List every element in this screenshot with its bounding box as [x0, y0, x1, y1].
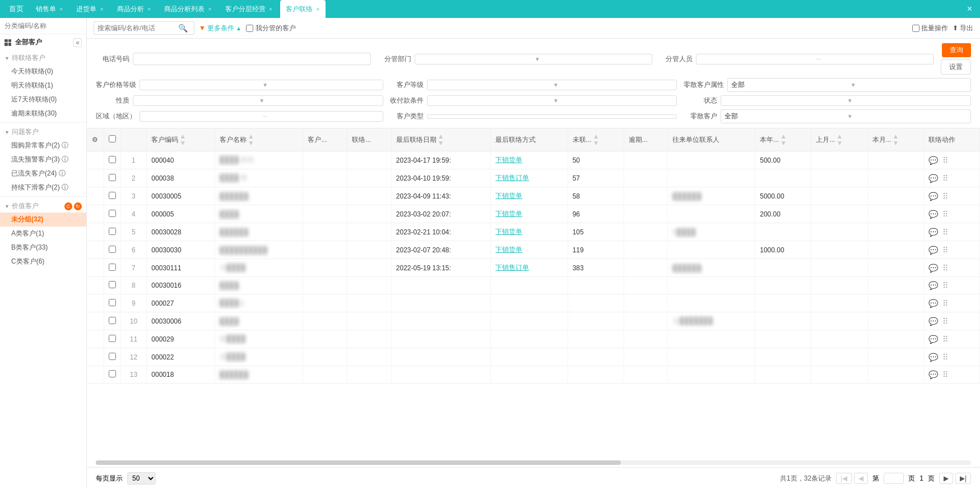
- cell-action-4[interactable]: 💬 ⠿: [923, 223, 979, 241]
- more-action-icon-12[interactable]: ⠿: [942, 370, 948, 379]
- th-last-month[interactable]: 上月...▲▼: [811, 128, 867, 151]
- filter-region-select[interactable]: ···: [140, 111, 383, 122]
- cell-last-method-10[interactable]: [491, 330, 568, 348]
- th-last-contact-date[interactable]: 最后联络日期▲▼: [391, 128, 491, 151]
- cell-action-1[interactable]: 💬 ⠿: [923, 169, 979, 187]
- row-checkbox-3[interactable]: [109, 210, 116, 217]
- last-method-link-0[interactable]: 下销货单: [495, 156, 522, 164]
- th-type[interactable]: 客户...: [303, 128, 347, 151]
- all-customers-header[interactable]: 全部客户 «: [0, 34, 86, 50]
- sidebar-item-ungrouped[interactable]: 未分组(32): [0, 213, 86, 227]
- last-method-link-6[interactable]: 下销售订单: [495, 264, 529, 271]
- value-customers-group[interactable]: ▼ 价值客户 C ↻: [0, 199, 86, 213]
- th-code[interactable]: 客户编码▲▼: [147, 128, 215, 151]
- filter-retail-customer-select[interactable]: 全部 ▼: [721, 109, 971, 123]
- cell-checkbox-3[interactable]: [104, 205, 120, 223]
- row-checkbox-8[interactable]: [109, 299, 116, 306]
- cell-checkbox-5[interactable]: [104, 241, 120, 259]
- cell-last-method-6[interactable]: 下销售订单: [491, 259, 568, 277]
- filter-price-level-select[interactable]: ▼: [140, 80, 383, 90]
- scroll-thumb[interactable]: [96, 460, 621, 465]
- search-button[interactable]: 查询: [942, 43, 971, 57]
- refresh-badge-icon[interactable]: C: [64, 202, 72, 210]
- more-conditions-btn[interactable]: ▼ 更多条件 ▲: [199, 24, 241, 33]
- contact-icon-12[interactable]: 💬: [928, 370, 938, 379]
- filter-payment-select[interactable]: ▼: [427, 95, 677, 106]
- cell-action-11[interactable]: 💬 ⠿: [923, 348, 979, 366]
- more-action-icon-5[interactable]: ⠿: [942, 246, 948, 255]
- cell-checkbox-0[interactable]: [104, 151, 120, 169]
- more-action-icon-4[interactable]: ⠿: [942, 228, 948, 237]
- filter-staff-select[interactable]: ···: [696, 54, 934, 64]
- contact-icon-2[interactable]: 💬: [928, 192, 938, 201]
- scroll-track[interactable]: [96, 460, 971, 465]
- page-number-input[interactable]: 1: [884, 473, 904, 484]
- sidebar-item-today-pending[interactable]: 今天待联络(0): [0, 64, 86, 79]
- row-checkbox-6[interactable]: [109, 264, 116, 271]
- row-checkbox-0[interactable]: [109, 156, 116, 163]
- cell-checkbox-11[interactable]: [104, 348, 120, 366]
- more-action-icon-7[interactable]: ⠿: [942, 281, 948, 290]
- contact-icon-9[interactable]: 💬: [928, 317, 938, 326]
- more-action-icon-0[interactable]: ⠿: [942, 156, 948, 165]
- close-customer-layered-icon[interactable]: ×: [269, 6, 272, 12]
- per-page-select[interactable]: 50 100 200: [127, 472, 156, 485]
- sidebar-item-7day-pending[interactable]: 近7天待联络(0): [0, 93, 86, 107]
- filter-gender-select[interactable]: ▼: [133, 95, 383, 106]
- cell-action-2[interactable]: 💬 ⠿: [923, 187, 979, 205]
- pending-contact-group[interactable]: ▼ 待联络客户: [0, 50, 86, 64]
- refresh-icon[interactable]: ↻: [74, 202, 82, 210]
- more-action-icon-11[interactable]: ⠿: [942, 353, 948, 362]
- cell-action-3[interactable]: 💬 ⠿: [923, 205, 979, 223]
- cell-checkbox-6[interactable]: [104, 259, 120, 277]
- contact-icon-6[interactable]: 💬: [928, 264, 938, 273]
- last-method-link-5[interactable]: 下销货单: [495, 246, 522, 253]
- more-action-icon-3[interactable]: ⠿: [942, 210, 948, 219]
- last-page-btn[interactable]: ▶|: [955, 473, 971, 484]
- last-method-link-4[interactable]: 下销货单: [495, 228, 522, 236]
- home-tab[interactable]: 首页: [4, 4, 28, 14]
- cell-last-method-0[interactable]: 下销货单: [491, 151, 568, 169]
- tab-product-analysis-list[interactable]: 商品分析列表 ×: [159, 0, 217, 18]
- close-purchase-order-icon[interactable]: ×: [100, 6, 103, 12]
- close-sales-order-icon[interactable]: ×: [59, 6, 63, 12]
- sidebar-item-abnormal[interactable]: 囤购异常客户(2) ⓘ: [0, 139, 86, 153]
- close-customer-contact-icon[interactable]: ×: [316, 6, 319, 12]
- th-name[interactable]: 客户名称▲▼: [215, 128, 303, 151]
- th-last-contact-method[interactable]: 最后联络方式: [491, 128, 568, 151]
- tab-customer-layered[interactable]: 客户分层经营 ×: [220, 0, 278, 18]
- tab-customer-contact[interactable]: 客户联络 ×: [280, 0, 325, 18]
- sidebar-item-overdue[interactable]: 逾期未联络(30): [0, 107, 86, 121]
- window-close-icon[interactable]: ×: [964, 4, 976, 14]
- search-icon[interactable]: 🔍: [178, 24, 188, 33]
- cell-last-method-11[interactable]: [491, 348, 568, 366]
- row-checkbox-11[interactable]: [109, 353, 116, 360]
- cell-checkbox-2[interactable]: [104, 187, 120, 205]
- cell-last-method-9[interactable]: [491, 312, 568, 330]
- row-checkbox-12[interactable]: [109, 370, 116, 377]
- export-btn[interactable]: ⬆ 导出: [953, 24, 973, 33]
- data-table-container[interactable]: ⚙ 客户编码▲▼ 客户名称▲▼ 客户... 联络... 最后联络日期▲▼ 最后联…: [87, 128, 980, 458]
- last-method-link-2[interactable]: 下销货单: [495, 192, 522, 200]
- th-contact[interactable]: 联络...: [347, 128, 392, 151]
- contact-icon-4[interactable]: 💬: [928, 228, 938, 237]
- cell-action-9[interactable]: 💬 ⠿: [923, 312, 979, 330]
- cell-last-method-8[interactable]: [491, 294, 568, 312]
- row-checkbox-2[interactable]: [109, 192, 116, 199]
- reset-button[interactable]: 设置: [941, 59, 971, 75]
- close-product-analysis-icon[interactable]: ×: [147, 6, 151, 12]
- contact-icon-3[interactable]: 💬: [928, 210, 938, 219]
- cell-checkbox-10[interactable]: [104, 330, 120, 348]
- cell-checkbox-9[interactable]: [104, 312, 120, 330]
- cell-checkbox-4[interactable]: [104, 223, 120, 241]
- contact-icon-10[interactable]: 💬: [928, 335, 938, 344]
- contact-icon-1[interactable]: 💬: [928, 174, 938, 183]
- cell-checkbox-1[interactable]: [104, 169, 120, 187]
- th-overdue[interactable]: 逾期...: [624, 128, 668, 151]
- batch-ops-checkbox[interactable]: [912, 25, 919, 32]
- prev-page-btn[interactable]: ◀: [854, 473, 868, 484]
- last-method-link-1[interactable]: 下销售订单: [495, 174, 529, 182]
- row-checkbox-10[interactable]: [109, 335, 116, 342]
- cell-last-method-2[interactable]: 下销货单: [491, 187, 568, 205]
- sidebar-item-class-a[interactable]: A类客户(1): [0, 227, 86, 241]
